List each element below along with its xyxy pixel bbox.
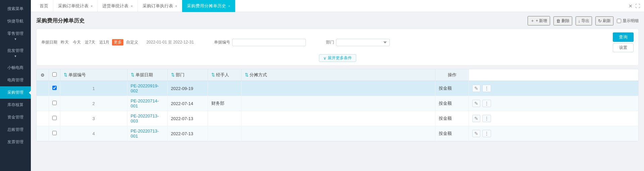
tab-purchase-order-stats[interactable]: 采购订单统计表 × — [53, 0, 98, 12]
td-dept-2 — [208, 111, 241, 126]
doc-link-2[interactable]: PE-20220713-003 — [131, 113, 159, 123]
sidebar-item-search[interactable]: 搜索菜单 — [0, 3, 31, 15]
th-checkbox[interactable] — [49, 69, 60, 81]
tab-close-inbound-stats[interactable]: × — [130, 0, 132, 12]
export-button[interactable]: ↓ 导出 — [576, 16, 592, 25]
more-icon-3[interactable]: ⋮ — [482, 130, 491, 137]
th-split: ⇅ 分摊方式 — [241, 69, 435, 81]
sidebar-item-wholesale[interactable]: 批发管理 ▼ — [0, 45, 31, 62]
sort-icon: ⇅ — [171, 72, 175, 77]
td-checkbox-1[interactable] — [49, 96, 60, 111]
th-date: ⇅ 单据日期 — [127, 69, 167, 81]
td-num-0: 1 — [60, 81, 127, 96]
data-table: ⚙ ⇅ 单据编号 ⇅ 单据日期 ⇅ 部门 — [37, 69, 638, 141]
td-num-1: 2 — [60, 96, 127, 111]
doc-link-0[interactable]: PE-20220919-002 — [131, 83, 159, 93]
refresh-icon: ↻ — [598, 18, 602, 23]
page-content: 采购费用分摊单历史 ＋ + 新增 🗑 删除 ↓ 导出 ↻ 刷新 — [31, 12, 644, 171]
sidebar-item-finance[interactable]: 资金管理 — [0, 111, 31, 123]
td-checkbox-2[interactable] — [49, 111, 60, 126]
row-checkbox-1[interactable] — [52, 101, 57, 105]
date-more[interactable]: 更多 — [112, 39, 123, 46]
td-dept-3 — [208, 126, 241, 141]
sidebar-item-retail[interactable]: 零售管理 ▼ — [0, 27, 31, 45]
fullscreen-icon[interactable]: ⛶ — [635, 3, 640, 9]
date-7days[interactable]: 近7天 — [84, 39, 97, 46]
sort-icon: ⇅ — [131, 72, 135, 77]
show-col-checkbox-area[interactable]: 显示明细 — [617, 18, 639, 24]
td-handler-1 — [241, 96, 435, 111]
edit-icon-3[interactable]: ✎ — [472, 130, 480, 137]
dept-select[interactable] — [336, 39, 390, 46]
table-row: 1 PE-20220919-002 2022-09-19 按金额 ✎ ⋮ — [37, 81, 638, 96]
row-checkbox-3[interactable] — [52, 131, 57, 135]
more-icon-1[interactable]: ⋮ — [482, 100, 491, 107]
expand-row: ∨ 展开更多条件 — [41, 54, 634, 62]
tab-close-purchase-order-stats[interactable]: × — [91, 0, 93, 12]
td-checkbox-0[interactable] — [49, 81, 60, 96]
sidebar-item-ecommerce-small[interactable]: 小畅电商 — [0, 62, 31, 74]
td-docid-3: PE-20220713-001 — [127, 126, 167, 141]
sidebar-item-inventory[interactable]: 库存核算 — [0, 99, 31, 111]
toolbar: ＋ + 新增 🗑 删除 ↓ 导出 ↻ 刷新 显示明细 — [528, 16, 639, 25]
th-dept: ⇅ 部门 — [167, 69, 208, 81]
edit-icon-0[interactable]: ✎ — [472, 85, 480, 92]
td-handler-0 — [241, 81, 435, 96]
date-1month[interactable]: 近1月 — [98, 39, 111, 46]
sidebar-item-purchase[interactable]: 采购管理 — [0, 86, 31, 99]
td-setting-2 — [37, 111, 49, 126]
sidebar-item-ledger[interactable]: 总账管理 — [0, 123, 31, 136]
td-checkbox-3[interactable] — [49, 126, 60, 141]
date-today[interactable]: 今天 — [71, 39, 82, 46]
td-dept-1: 财务部 — [208, 96, 241, 111]
docno-input[interactable] — [232, 39, 306, 46]
td-setting-1 — [37, 96, 49, 111]
sidebar-item-invoice[interactable]: 发票管理 — [0, 136, 31, 148]
th-setting[interactable]: ⚙ — [37, 69, 49, 81]
more-icon-0[interactable]: ⋮ — [482, 85, 491, 92]
sidebar-item-shortcut[interactable]: 快捷导航 — [0, 15, 31, 27]
main-area: 首页 采购订单统计表 × 进货单统计表 × 采购订单执行表 × 采购费用分摊单历… — [31, 0, 644, 171]
td-date-1: 2022-07-14 — [167, 96, 208, 111]
chevron-down-icon: ▼ — [14, 55, 17, 58]
filter-date-range: 2022-01-01 至 2022-12-31 — [146, 39, 194, 45]
doc-link-3[interactable]: PE-20220713-001 — [131, 129, 159, 139]
edit-icon-2[interactable]: ✎ — [472, 115, 480, 122]
filter-actions: 查询 设置 — [613, 32, 634, 52]
edit-icon-1[interactable]: ✎ — [472, 100, 480, 107]
tab-close-purchase-exec[interactable]: × — [175, 0, 177, 12]
row-checkbox-2[interactable] — [52, 116, 57, 120]
dept-filter-label: 部门 — [326, 39, 334, 45]
sidebar-item-ecommerce[interactable]: 电商管理 — [0, 74, 31, 86]
setting-button[interactable]: 设置 — [613, 43, 634, 52]
date-yesterday[interactable]: 昨天 — [59, 39, 70, 46]
td-docid-1: PE-20220714-001 — [127, 96, 167, 111]
close-tab-icon[interactable]: ✕ — [629, 3, 633, 9]
select-all-checkbox[interactable] — [52, 72, 57, 77]
date-custom[interactable]: 自定义 — [125, 39, 140, 46]
more-icon-2[interactable]: ⋮ — [482, 115, 491, 122]
data-table-wrapper: ⚙ ⇅ 单据编号 ⇅ 单据日期 ⇅ 部门 — [36, 69, 639, 142]
refresh-button[interactable]: ↻ 刷新 — [595, 16, 613, 25]
delete-button[interactable]: 🗑 删除 — [553, 16, 572, 25]
doc-link-1[interactable]: PE-20220714-001 — [131, 98, 159, 108]
tab-inbound-stats[interactable]: 进货单统计表 × — [98, 0, 138, 12]
sort-icon: ⇅ — [64, 72, 67, 77]
tab-close-purchase-fee-history[interactable]: × — [228, 0, 230, 12]
delete-icon: 🗑 — [556, 18, 560, 23]
page-title: 采购费用分摊单历史 — [36, 17, 85, 24]
tab-bar-actions: ✕ ⛶ — [629, 3, 640, 9]
expand-more-btn[interactable]: ∨ 展开更多条件 — [319, 54, 356, 62]
tab-purchase-fee-history[interactable]: 采购费用分摊单历史 × — [182, 0, 235, 12]
table-row: 2 PE-20220714-001 2022-07-14 财务部 按金额 ✎ ⋮ — [37, 96, 638, 111]
query-button[interactable]: 查询 — [613, 32, 634, 42]
add-button[interactable]: ＋ + 新增 — [528, 16, 550, 25]
chevron-down-icon: ▼ — [14, 37, 17, 41]
td-action-3: ✎ ⋮ — [469, 126, 638, 141]
td-split-0: 按金额 — [435, 81, 469, 96]
show-col-checkbox[interactable] — [617, 19, 621, 23]
td-num-3: 4 — [60, 126, 127, 141]
tab-home[interactable]: 首页 — [35, 0, 53, 12]
row-checkbox-0[interactable] — [52, 86, 57, 90]
tab-purchase-exec[interactable]: 采购订单执行表 × — [138, 0, 182, 12]
